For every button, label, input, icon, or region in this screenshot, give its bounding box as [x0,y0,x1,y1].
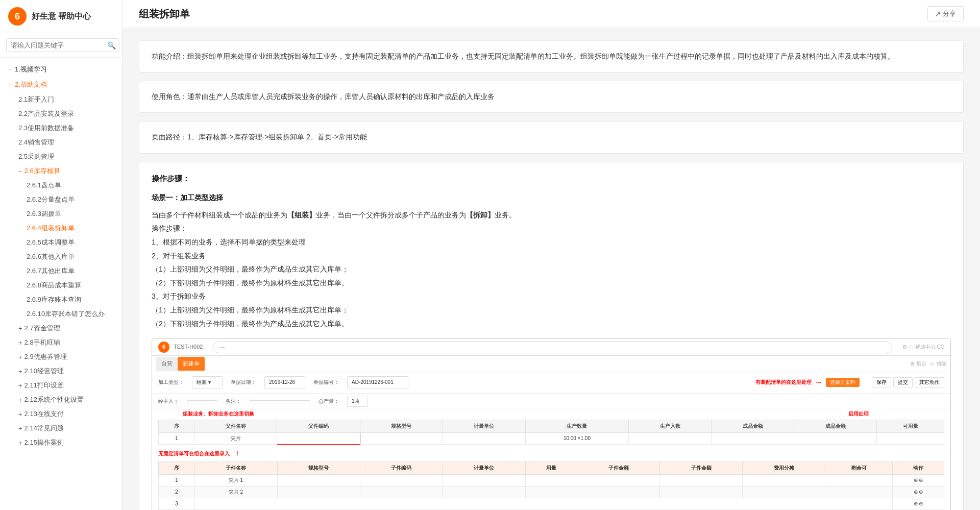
nav-sub-item-261[interactable]: 2.6.1盘点单 [22,178,122,192]
mock-logo-icon: 6 [158,342,169,353]
mock-other-btn[interactable]: 其它动作 [915,377,944,387]
main-area: 组装拆卸单 ↗ 分享 功能介绍：组装拆卸单用来处理企业组装或拆卸等加工业务，支持… [122,0,980,510]
nav-sub-item-267[interactable]: 2.6.7其他出库单 [22,264,122,278]
nav-sub-item-213[interactable]: +2.13在线支付 [14,407,122,421]
step1: 1、根据不同的业务，选择不同单据的类型来处理 [152,235,951,249]
nav-sub-item-2610[interactable]: 2.6.10库存账本错了怎么办 [22,307,122,321]
intro-card: 功能介绍：组装拆卸单用来处理企业组装或拆卸等加工业务，支持有固定装配清单的产品加… [139,40,964,72]
nav-sub-item-211[interactable]: +2.11打印设置 [14,378,122,393]
nav-sub-item-269[interactable]: 2.6.9库存账本查询 [22,293,122,307]
mock-form-type-label: 加工类型： [158,378,184,387]
table-row: 1 夹片 10.00 ×1.00 [159,432,944,444]
mock-submit-btn[interactable]: 提交 [893,377,913,387]
nav-sub-item-23[interactable]: 2.3使用前数据准备 [14,121,122,135]
main-header: 组装拆卸单 ↗ 分享 [122,0,980,28]
mock-nav-right: ⚙ 后台 ☆ 功能 [910,359,946,369]
mock-type-input[interactable]: 组装 ▾ [192,376,223,388]
mock-select-plan-btn[interactable]: 选择方案料 [826,378,860,387]
expand-icon-docs: − [8,81,12,88]
steps-label: 操作步骤： [152,222,951,235]
mock-tab-new[interactable]: 新建单 [178,357,205,371]
step2: 2、对于组装业务 [152,249,951,263]
nav-sub-item-28[interactable]: +2.8手机旺辅 [14,335,122,350]
mock-tabs: 自营 新建单 [156,357,205,371]
share-button[interactable]: ↗ 分享 [927,6,964,21]
logo-area: 6 好生意 帮助中心 [0,0,122,33]
mock-url-bar: — [213,341,892,353]
mock-op-row: 经手人： 备注： 总产量： 1% [152,394,950,409]
nav-sub-item-29[interactable]: +2.9优惠券管理 [14,350,122,364]
logo-icon: 6 [8,7,27,26]
mock-topbar: 6 TEST-H002 — ⚙ △ 帮助中心 CC [152,339,950,356]
nav-sub-item-210[interactable]: +2.10经营管理 [14,364,122,378]
step3: 3、对于拆卸业务 [152,289,951,303]
nav-sub-item-27[interactable]: +2.7资金管理 [14,321,122,335]
sidebar-item-video[interactable]: + 1.视频学习 [0,62,122,77]
nav-sub-item-212[interactable]: +2.12系统个性化设置 [14,393,122,407]
mock-browser-icons: ⚙ △ 帮助中心 CC [902,343,944,352]
search-icon[interactable]: 🔍 [107,41,116,50]
screenshot-container: 6 TEST-H002 — ⚙ △ 帮助中心 CC 自营 新建单 ⚙ 后台 ☆ … [152,338,951,510]
scenario1-title: 场景一：加工类型选择 [152,191,951,204]
search-input[interactable] [6,38,119,52]
table-row: 3⊕ ⊖ [159,498,944,510]
steps-title: 操作步骤： [152,172,951,185]
intro-text: 功能介绍：组装拆卸单用来处理企业组装或拆卸等加工业务，支持有固定装配清单的产品加… [152,50,951,63]
mock-tab-ziying[interactable]: 自营 [156,357,178,371]
nav-sub-item-265[interactable]: 2.6.5成本调整单 [22,235,122,250]
nav-sub-item-26[interactable]: − 2.6库存核算 [14,164,122,178]
nav-sub-26-children: 2.6.1盘点单 2.6.2分量盘点单 2.6.3调拨单 2.6.4组装拆卸单 … [14,178,122,321]
annotation-fixed-bom: 无固定清单可在组合在这里录入 [158,451,230,456]
annotation-type-switch: 组装业务、拆卸业务在这里切换 [183,409,254,419]
nav-sub-item-22[interactable]: 2.2产品安装及登录 [14,107,122,121]
nav-sub-item-214[interactable]: +2.14常见问题 [14,421,122,435]
role-text: 使用角色：通常由生产人员或库管人员完成拆装业务的操作，库管人员确认原材料的出库和… [152,90,951,103]
mock-app-nav: 自营 新建单 ⚙ 后台 ☆ 功能 [152,356,950,372]
mock-lower-table: 序 子件名称 规格型号 子件编码 计量单位 用量 子件金额 子件金额 费用分摊 … [158,462,944,510]
path-card: 页面路径：1、库存核算->库存管理->组装拆卸单 2、首页->常用功能 [139,121,964,153]
step2-sub1: （1）上部明细为父件明细，最终作为产成品生成其它入库单； [152,262,951,276]
mock-form-header: 加工类型： 组装 ▾ 单据日期： 2019-12-26 单据编号： AD-201… [152,372,950,394]
mock-date-input[interactable]: 2019-12-26 [264,376,305,388]
step3-sub2: （2）下部明细为子件明细，最终作为产成品生成其它入库单。 [152,317,951,331]
main-content: 功能介绍：组装拆卸单用来处理企业组装或拆卸等加工业务，支持有固定装配清单的产品加… [122,28,980,510]
mock-num-label: 单据编号： [313,378,339,387]
mock-select-btn-area: 有装配清单的在这里处理 → 选择方案料 [755,375,860,390]
nav-tree: + 1.视频学习 − 2.帮助文档 2.1新手入门 2.2产品安装及登录 2.3… [0,58,122,510]
step3-sub1: （1）上部明细为父件明细，最终作为原材料生成其它出库单； [152,303,951,317]
mock-upper-table: 序 父件名称 父件编码 规格型号 计量单位 生产数量 生产入数 成品金额 成品金… [158,420,944,445]
path-text: 页面路径：1、库存核算->库存管理->组装拆卸单 2、首页->常用功能 [152,131,951,143]
nav-sub-item-24[interactable]: 2.4销售管理 [14,135,122,150]
nav-sub-item-263[interactable]: 2.6.3调拨单 [22,207,122,221]
search-area: 🔍 [0,33,122,58]
sidebar-item-docs[interactable]: − 2.帮助文档 2.1新手入门 2.2产品安装及登录 2.3使用前数据准备 2… [0,77,122,450]
mock-num-input[interactable]: AD-20191226-001 [347,376,408,388]
annotation-text-1: 有装配清单的在这里处理 [755,378,812,387]
mock-save-btn[interactable]: 保存 [872,377,891,387]
sidebar: 6 好生意 帮助中心 🔍 + 1.视频学习 − 2.帮助文档 2.1新手入门 2… [0,0,122,510]
logo-text: 好生意 帮助中心 [32,11,91,22]
sidebar-item-label-docs: 2.帮助文档 [15,80,47,89]
sidebar-item-label-video: 1.视频学习 [15,65,47,74]
nav-sub-item-268[interactable]: 2.6.8商品成本重算 [22,278,122,293]
nav-sub-item-21[interactable]: 2.1新手入门 [14,92,122,107]
nav-sub-item-264[interactable]: 2.6.4组装拆卸单 [22,221,122,235]
expand-icon-26: − [18,167,22,175]
page-title: 组装拆卸单 [139,7,190,21]
steps-card: 操作步骤： 场景一：加工类型选择 当由多个子件材料组装成一个成品的业务为【组装】… [139,162,964,510]
mock-lower-table-area: 序 子件名称 规格型号 子件编码 计量单位 用量 子件金额 子件金额 费用分摊 … [152,460,950,510]
mock-sub-annotation-area: 无固定清单可在组合在这里录入 ↑ [152,447,950,460]
annotation-arrow-up: ↑ [236,449,239,457]
table-row: 1 夹片 1 ⊕ ⊖ [159,475,944,487]
table-row: 2 夹片 2 ⊕ ⊖ [159,487,944,498]
docs-subnav: 2.1新手入门 2.2产品安装及登录 2.3使用前数据准备 2.4销售管理 2.… [0,92,122,450]
nav-sub-item-25[interactable]: 2.5采购管理 [14,150,122,164]
mock-topbar-url: TEST-H002 [174,342,203,352]
mock-action-btns: 保存 提交 其它动作 [872,377,944,387]
nav-sub-item-266[interactable]: 2.6.6其他入库单 [22,250,122,264]
nav-sub-item-215[interactable]: +2.15操作案例 [14,435,122,450]
expand-icon-video: + [8,66,12,73]
scenario1-desc: 当由多个子件材料组装成一个成品的业务为【组装】业务，当由一个父件拆分成多个子产品… [152,208,951,222]
nav-sub-item-262[interactable]: 2.6.2分量盘点单 [22,192,122,207]
mock-upper-table-area: 序 父件名称 父件编码 规格型号 计量单位 生产数量 生产入数 成品金额 成品金… [152,409,950,447]
